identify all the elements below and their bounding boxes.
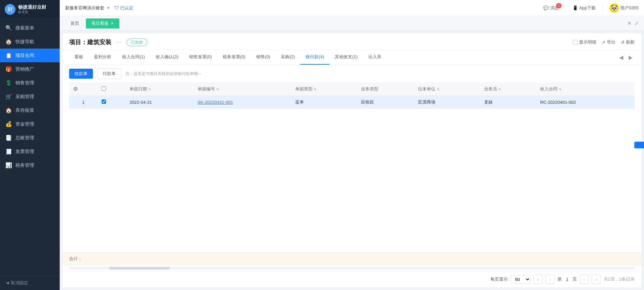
sub-tab-profit[interactable]: 盈利分析: [89, 50, 117, 65]
page-header: 项目：建筑安装 ··· 已生效 显示明细 ↗ 导出 ↺ 刷新: [62, 33, 641, 50]
row-salesman: 龙妹: [480, 96, 536, 109]
current-page: 1: [566, 277, 568, 282]
col-biz-type: 业务类型: [357, 82, 414, 96]
app-logo-icon: 财: [5, 4, 15, 15]
tab-project-board[interactable]: 项目看板 ✕: [86, 18, 119, 28]
sub-tab-purchase[interactable]: 采购(2): [275, 50, 300, 65]
sort-partner-icon: ⇅: [437, 87, 439, 91]
sub-tab-other-income[interactable]: 其他收支(1): [329, 50, 363, 65]
app-download-button[interactable]: 📱 App下载: [573, 5, 596, 11]
sub-tabs: 看板 盈利分析 收入合同(1) 收入确认(2) 销售发票(0) 税务发票(0) …: [62, 50, 641, 65]
col-checkbox[interactable]: [98, 82, 125, 96]
sidebar-item-finance[interactable]: 💰 资金管理: [0, 117, 60, 131]
user-menu[interactable]: 🐼 用户3355: [609, 3, 639, 13]
last-page-button[interactable]: »: [592, 275, 601, 284]
page-label-prefix: 第: [557, 276, 562, 282]
next-page-button[interactable]: ›: [580, 275, 589, 284]
tabbar: 首页 项目看板 ✕ ✕ ⤢: [60, 16, 644, 31]
sidebar-item-sales[interactable]: 💲 销售管理: [0, 76, 60, 90]
sidebar-item-search[interactable]: 🔍 搜索菜单: [0, 21, 60, 35]
messages-button[interactable]: 💬 消息 1: [543, 5, 559, 11]
app-logo-text: 畅捷通好业财 标准版: [18, 4, 46, 15]
sub-tab-stock[interactable]: 出入库: [363, 50, 387, 65]
invoice-icon: 🧾: [5, 148, 12, 155]
topbar: 新服务官网演示账套 ▼ 🛡 已认证 💬 消息 1 📱 App下载 🐼 用户335…: [60, 0, 644, 16]
sub-tab-income-confirm[interactable]: 收入确认(2): [150, 50, 184, 65]
page-header-actions: 显示明细 ↗ 导出 ↺ 刷新: [573, 39, 635, 45]
col-salesman[interactable]: 业务员 ⇅: [480, 82, 536, 96]
topbar-divider: [566, 5, 566, 11]
sub-tab-receipt[interactable]: 收付款(4): [300, 50, 329, 65]
col-date[interactable]: 单据日期 ⇅: [125, 82, 194, 96]
sort-type-icon: ⇅: [314, 87, 316, 91]
content-area: 项目：建筑安装 ··· 已生效 显示明细 ↗ 导出 ↺ 刷新: [62, 33, 641, 287]
refresh-button[interactable]: ↺ 刷新: [621, 39, 635, 45]
scroll-track[interactable]: [69, 267, 635, 270]
maximize-window-icon[interactable]: ⤢: [634, 20, 639, 26]
sidebar-item-shortcut[interactable]: 🏠 快捷导航: [0, 35, 60, 49]
col-number[interactable]: 单据编号 ⇅: [194, 82, 291, 96]
sub-tab-tax-invoice[interactable]: 税务发票(0): [217, 50, 251, 65]
sub-tab-board[interactable]: 看板: [69, 50, 89, 65]
message-icon: 💬: [543, 5, 549, 10]
mobile-icon: 📱: [573, 5, 578, 10]
sidebar-item-marketing[interactable]: 🎁 营销推广: [0, 62, 60, 76]
inventory-icon: 🏠: [5, 107, 12, 114]
export-icon: ↗: [602, 40, 605, 45]
col-income-contract[interactable]: 收入合同 ⇅: [536, 82, 635, 96]
sidebar-unpin-button[interactable]: ◄ 取消固定: [0, 276, 60, 290]
sub-tab-sales-invoice[interactable]: 销售发票(0): [184, 50, 217, 65]
select-all-checkbox[interactable]: [102, 86, 106, 91]
sidebar-nav: 🔍 搜索菜单 🏠 快捷导航 📋 项目合同 🎁 营销推广 💲 销售管理 🛒 采购管…: [0, 19, 60, 276]
sidebar-item-tax[interactable]: 📊 税务管理: [0, 158, 60, 172]
sidebar-item-ledger[interactable]: 📑 总账管理: [0, 131, 60, 145]
col-settings[interactable]: ⚙: [69, 82, 98, 96]
tab-close-icon[interactable]: ✕: [111, 21, 114, 26]
page-label: 页: [573, 276, 577, 282]
tab-home[interactable]: 首页: [65, 18, 85, 28]
payment-filter-button[interactable]: 付款单: [97, 68, 121, 79]
status-badge: 已生效: [126, 39, 147, 46]
row-income-contract: RC-20220401-002: [536, 96, 635, 109]
prev-page-button[interactable]: ‹: [545, 275, 555, 284]
topbar-divider2: [602, 5, 603, 11]
settings-icon[interactable]: ⚙: [73, 86, 78, 92]
page-title: 项目：建筑安装: [69, 38, 111, 46]
row-number[interactable]: SK-20220421-001: [194, 96, 291, 109]
sort-contract-icon: ⇅: [559, 87, 561, 91]
table-row[interactable]: 1 2022-04-21 SK-20220421-001 蓝单 应收款 宏茂商场…: [69, 96, 635, 109]
sidebar: 财 畅捷通好业财 标准版 🔍 搜索菜单 🏠 快捷导航 📋 项目合同 🎁 营销推广…: [0, 0, 60, 290]
col-type[interactable]: 单据类型 ⇅: [291, 82, 357, 96]
project-selector[interactable]: 新服务官网演示账套 ▼: [65, 5, 110, 11]
filter-note: 注：这里是与项目关联的全部收付款单哦～: [125, 71, 202, 77]
table-wrap: ⚙ 单据日期 ⇅ 单据编号 ⇅ 单据类型 ⇅ 业务类型 往来单位 ⇅ 业务员 ⇅…: [62, 82, 641, 252]
row-type: 蓝单: [291, 96, 357, 109]
sidebar-item-inventory[interactable]: 🏠 库存核算: [0, 103, 60, 117]
pagination: 每页显示 50 100 200 « ‹ 第 1 页 › » 共1页，1条记录: [62, 271, 641, 287]
sort-salesman-icon: ⇅: [498, 87, 501, 91]
col-partner[interactable]: 往来单位 ⇅: [414, 82, 480, 96]
project-icon: 📋: [5, 52, 12, 59]
window-controls: ✕ ⤢: [627, 20, 639, 26]
sub-tabs-navigation: ◀ ▶: [617, 53, 635, 62]
show-detail-toggle[interactable]: 显示明细: [573, 39, 596, 45]
sub-tab-prev-icon[interactable]: ◀: [617, 53, 625, 62]
page-size-select[interactable]: 50 100 200: [511, 275, 531, 284]
first-page-button[interactable]: «: [533, 275, 543, 284]
more-options-button[interactable]: ···: [115, 39, 122, 46]
export-button[interactable]: ↗ 导出: [602, 39, 615, 45]
sidebar-item-purchase[interactable]: 🛒 采购管理: [0, 90, 60, 103]
sub-tab-income-contract[interactable]: 收入合同(1): [117, 50, 150, 65]
sort-number-icon: ⇅: [216, 87, 219, 91]
sidebar-item-project-contract[interactable]: 📋 项目合同: [0, 49, 60, 62]
sub-tab-sales[interactable]: 销售(0): [251, 50, 276, 65]
row-date: 2022-04-21: [125, 96, 194, 109]
detail-checkbox[interactable]: [573, 40, 578, 45]
feedback-button[interactable]: 反馈: [634, 142, 644, 148]
sidebar-item-invoice[interactable]: 🧾 发票管理: [0, 145, 60, 158]
close-window-icon[interactable]: ✕: [627, 20, 632, 26]
scroll-thumb[interactable]: [109, 267, 170, 270]
sub-tab-next-icon[interactable]: ▶: [627, 53, 635, 62]
row-checkbox[interactable]: [98, 96, 125, 109]
receipt-filter-button[interactable]: 收款单: [69, 69, 93, 79]
